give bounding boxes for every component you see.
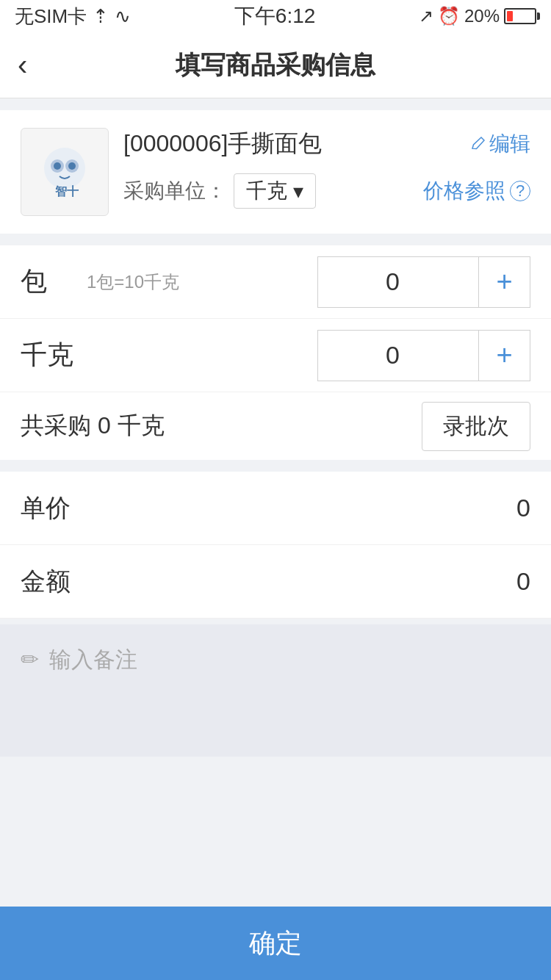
- product-name: [0000006]手撕面包: [123, 128, 322, 160]
- product-name-row: [0000006]手撕面包 编辑: [123, 128, 530, 160]
- svg-point-4: [68, 162, 76, 170]
- nav-bar: ‹ 填写商品采购信息: [0, 32, 551, 98]
- battery-percent: 20%: [464, 6, 500, 26]
- status-left: 无SIM卡 ⇡ ∿: [15, 4, 131, 29]
- price-reference-button[interactable]: 价格参照 ?: [423, 177, 530, 205]
- quantity-label-bag: 包: [21, 264, 79, 300]
- price-ref-icon: ?: [510, 181, 530, 201]
- amount-label: 金额: [21, 565, 71, 599]
- page-title: 填写商品采购信息: [176, 48, 375, 82]
- summary-text: 共采购 0 千克: [21, 410, 165, 442]
- confirm-label: 确定: [249, 926, 302, 962]
- svg-point-3: [54, 162, 61, 170]
- confirm-button[interactable]: 确定: [0, 907, 551, 980]
- unit-dropdown[interactable]: 千克 ▾: [234, 173, 316, 209]
- battery-fill: [507, 11, 513, 21]
- edit-button[interactable]: 编辑: [470, 130, 530, 158]
- quantity-input-wrap-bag: +: [317, 256, 530, 308]
- price-ref-label: 价格参照: [423, 177, 505, 205]
- plus-button-kg[interactable]: +: [479, 330, 530, 381]
- price-section: 单价 0 金额 0: [0, 472, 551, 619]
- dropdown-icon: ▾: [293, 179, 303, 203]
- quantity-sublabel-bag: 1包=10千克: [87, 270, 317, 294]
- svg-point-0: [44, 148, 85, 189]
- summary-value: 0: [98, 412, 118, 439]
- status-bar: 无SIM卡 ⇡ ∿ 下午6:12 ↗ ⏰ 20%: [0, 0, 551, 32]
- pencil-icon: ✏: [21, 646, 39, 672]
- quantity-row-kg: 千克 +: [0, 319, 551, 392]
- back-button[interactable]: ‹: [18, 48, 27, 82]
- unit-price-label: 单价: [21, 491, 71, 525]
- product-image: 智十: [21, 128, 109, 216]
- wifi-signal-icon: ∿: [115, 5, 131, 28]
- svg-text:智十: 智十: [54, 185, 79, 198]
- quantity-input-wrap-kg: +: [317, 330, 530, 381]
- remark-placeholder: 输入备注: [49, 645, 137, 675]
- product-info: [0000006]手撕面包 编辑 采购单位： 千克 ▾ 价格参照 ?: [123, 128, 530, 209]
- unit-value: 千克: [246, 177, 287, 205]
- amount-value: 0: [516, 567, 530, 596]
- unit-price-row: 单价 0: [0, 472, 551, 545]
- remark-section[interactable]: ✏ 输入备注: [0, 624, 551, 757]
- unit-price-value: 0: [516, 494, 530, 522]
- alarm-icon: ⏰: [438, 6, 460, 26]
- carrier-label: 无SIM卡: [15, 4, 87, 29]
- status-right: ↗ ⏰ 20%: [419, 6, 536, 26]
- quantity-section: 包 1包=10千克 + 千克 +: [0, 245, 551, 392]
- quantity-label-kg: 千克: [21, 337, 79, 373]
- quantity-input-bag[interactable]: [317, 256, 479, 308]
- quantity-input-kg[interactable]: [317, 330, 479, 381]
- product-card: 智十 [0000006]手撕面包 编辑 采购单位： 千克 ▾ 价格参照: [0, 110, 551, 239]
- wifi-icon: ⇡: [93, 5, 109, 28]
- summary-label: 共采购: [21, 412, 91, 439]
- unit-label: 采购单位：: [123, 177, 226, 205]
- summary-unit: 千克: [118, 412, 165, 439]
- plus-button-bag[interactable]: +: [479, 256, 530, 308]
- status-time: 下午6:12: [234, 2, 316, 30]
- batch-button[interactable]: 录批次: [422, 402, 530, 451]
- battery-icon: [504, 8, 536, 24]
- summary-row: 共采购 0 千克 录批次: [0, 392, 551, 466]
- quantity-row-bag: 包 1包=10千克 +: [0, 245, 551, 319]
- unit-selector-group: 采购单位： 千克 ▾: [123, 173, 316, 209]
- section-divider: [0, 239, 551, 245]
- location-icon: ↗: [419, 6, 433, 26]
- purchase-unit-row: 采购单位： 千克 ▾ 价格参照 ?: [123, 173, 530, 209]
- amount-row: 金额 0: [0, 545, 551, 619]
- section-divider-2: [0, 466, 551, 472]
